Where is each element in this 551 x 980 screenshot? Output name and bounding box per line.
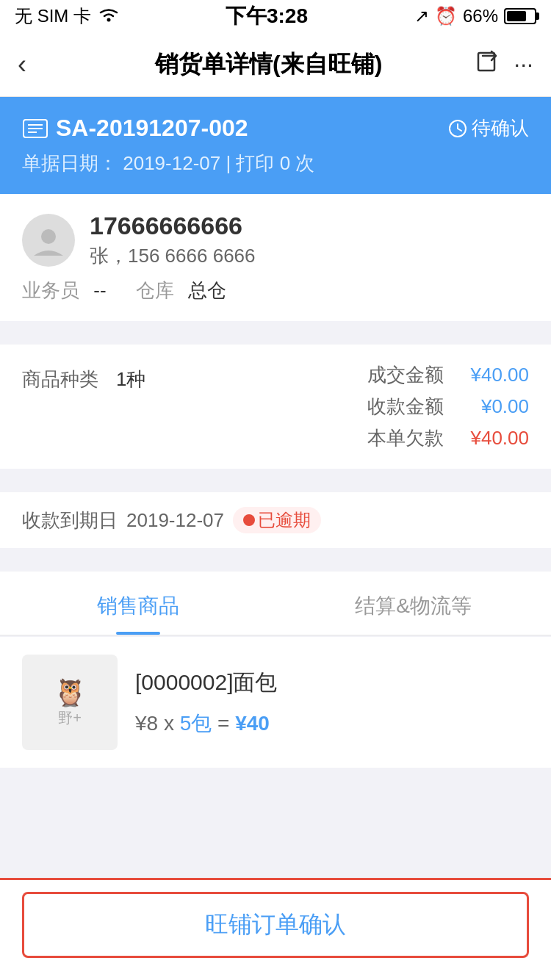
deal-amount-label: 成交金额 <box>367 362 444 388</box>
back-button[interactable]: ‹ <box>18 49 62 80</box>
order-status: 待确认 <box>448 115 529 141</box>
tab-sales-product[interactable]: 销售商品 <box>0 572 276 635</box>
equals-icon: = <box>217 712 235 735</box>
product-type-value: 1种 <box>116 367 145 392</box>
nav-actions: ··· <box>475 50 533 79</box>
battery-icon <box>504 8 536 24</box>
divider-2 <box>0 480 551 492</box>
order-header: SA-20191207-002 待确认 单据日期： 2019-12-07 | 打… <box>0 97 551 194</box>
order-number: SA-20191207-002 <box>22 115 248 142</box>
product-type-label: 商品种类 <box>22 367 98 392</box>
sales-label: 业务员 <box>22 279 79 301</box>
payment-amount-label: 收款金额 <box>367 394 444 419</box>
page-title: 销货单详情(来自旺铺) <box>62 48 475 81</box>
stats-item-payment: 收款金额 ¥0.00 <box>367 394 529 419</box>
product-total: ¥40 <box>235 712 270 735</box>
svg-line-9 <box>458 129 461 131</box>
payment-amount-value: ¥0.00 <box>455 395 529 418</box>
customer-info-row: 业务员 -- 仓库 总仓 <box>22 278 529 303</box>
status-bar: 无 SIM 卡 下午3:28 ↗ ⏰ 66% <box>0 0 551 32</box>
bottom-button-area: 旺铺订单确认 <box>0 878 551 980</box>
avatar <box>22 214 75 267</box>
more-button[interactable]: ··· <box>514 51 533 78</box>
time-display: 下午3:28 <box>226 2 308 30</box>
overdue-text: 已逾期 <box>258 508 311 532</box>
owed-amount-value: ¥40.00 <box>455 427 529 450</box>
tab-settlement[interactable]: 结算&物流等 <box>276 572 551 635</box>
stats-item-owed: 本单欠款 ¥40.00 <box>367 425 529 451</box>
overdue-badge: 已逾期 <box>233 507 321 533</box>
warehouse-value: 总仓 <box>188 279 226 301</box>
price-per-unit: ¥8 <box>135 712 158 735</box>
battery-percent: 66% <box>463 6 498 26</box>
due-date-label: 收款到期日 <box>22 508 118 533</box>
carrier-text: 无 SIM 卡 <box>15 4 91 28</box>
status-right: ↗ ⏰ 66% <box>414 6 536 26</box>
multiply-icon: x <box>164 712 180 735</box>
product-thumbnail: 🦉 野+ <box>22 655 118 750</box>
tabs-section: 销售商品 结算&物流等 <box>0 572 551 635</box>
due-section: 收款到期日 2019-12-07 已逾期 <box>0 492 551 548</box>
customer-section: 17666666666 张，156 6666 6666 业务员 -- 仓库 总仓 <box>0 194 551 321</box>
stats-section: 商品种类 1种 成交金额 ¥40.00 收款金额 ¥0.00 本单欠款 ¥40.… <box>0 345 551 469</box>
warehouse-label: 仓库 <box>136 279 174 301</box>
customer-phone: 17666666666 <box>90 212 256 240</box>
product-item: 🦉 野+ [0000002]面包 ¥8 x 5包 = ¥40 <box>22 655 529 750</box>
alarm-icon: ⏰ <box>435 6 457 26</box>
stats-right: 成交金额 ¥40.00 收款金额 ¥0.00 本单欠款 ¥40.00 <box>367 362 529 451</box>
due-date-value: 2019-12-07 <box>126 509 224 532</box>
owed-amount-label: 本单欠款 <box>367 425 444 451</box>
wifi-icon <box>98 6 119 26</box>
divider-3 <box>0 560 551 572</box>
confirm-order-button[interactable]: 旺铺订单确认 <box>22 892 529 958</box>
order-date: 单据日期： 2019-12-07 | 打印 0 次 <box>22 151 529 176</box>
share-button[interactable] <box>475 50 499 79</box>
product-section: 🦉 野+ [0000002]面包 ¥8 x 5包 = ¥40 <box>0 637 551 768</box>
status-left: 无 SIM 卡 <box>15 4 119 28</box>
svg-point-0 <box>107 18 111 22</box>
stats-item-deal: 成交金额 ¥40.00 <box>367 362 529 388</box>
svg-point-10 <box>41 229 56 244</box>
product-info: [0000002]面包 ¥8 x 5包 = ¥40 <box>135 668 529 738</box>
product-quantity: 5包 <box>180 712 212 735</box>
product-logo: 🦉 野+ <box>54 677 87 728</box>
sales-value: -- <box>93 279 106 301</box>
product-name: [0000002]面包 <box>135 668 529 698</box>
direction-icon: ↗ <box>414 6 429 26</box>
product-price: ¥8 x 5包 = ¥40 <box>135 710 529 738</box>
divider-1 <box>0 333 551 345</box>
customer-name: 张，156 6666 6666 <box>90 243 256 269</box>
overdue-dot-icon <box>243 514 255 526</box>
deal-amount-value: ¥40.00 <box>455 364 529 386</box>
nav-bar: ‹ 销货单详情(来自旺铺) ··· <box>0 32 551 97</box>
